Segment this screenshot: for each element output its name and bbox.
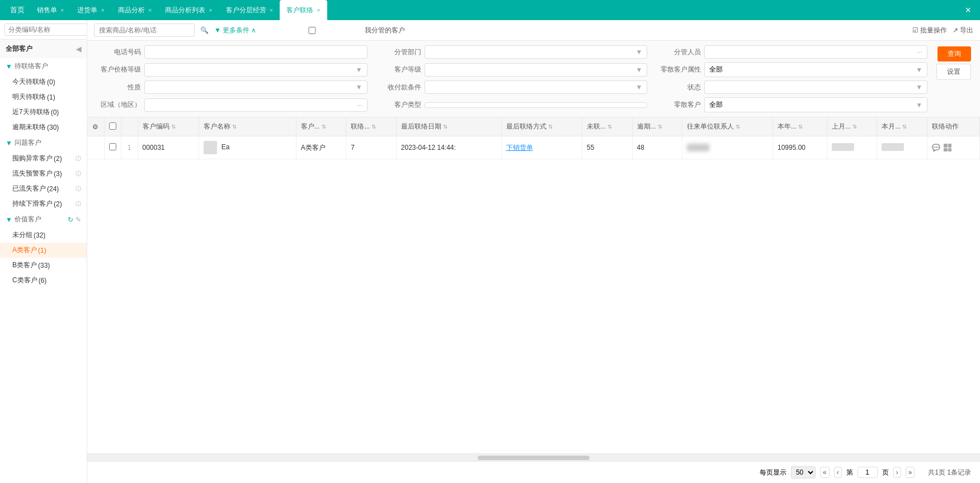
- close-sales-tab[interactable]: ×: [60, 7, 64, 13]
- row-1-select[interactable]: [109, 143, 116, 150]
- page-input[interactable]: [858, 467, 878, 478]
- app-close-btn[interactable]: ×: [960, 4, 976, 16]
- filter-region-more[interactable]: ···: [357, 101, 362, 109]
- last-page-btn[interactable]: »: [906, 467, 915, 478]
- select-all-checkbox[interactable]: [109, 122, 116, 130]
- filter-status-select[interactable]: ▼: [704, 80, 927, 94]
- sidebar-item-ungroup[interactable]: 未分组 (32): [0, 228, 87, 243]
- sidebar-item-churning-info[interactable]: ⓘ: [76, 170, 81, 178]
- sidebar-collapse-btn[interactable]: ◀: [76, 45, 81, 53]
- col-last-month-sort[interactable]: ⇅: [852, 124, 857, 130]
- sidebar-item-churned-info[interactable]: ⓘ: [76, 185, 81, 193]
- col-overdue[interactable]: 逾期... ⇅: [632, 117, 682, 136]
- export-btn[interactable]: ↗ 导出: [953, 26, 973, 35]
- prev-page-btn[interactable]: ‹: [834, 467, 842, 478]
- sidebar-item-overdue[interactable]: 逾期未联络 (30): [0, 120, 87, 135]
- close-customer-contact-tab[interactable]: ×: [317, 7, 320, 13]
- nav-tab-customer-segment[interactable]: 客户分层经营 ×: [219, 0, 280, 20]
- sidebar-group-problem[interactable]: ▼ 问题客户: [0, 135, 87, 151]
- sidebar-all-customers[interactable]: 全部客户 ◀: [0, 40, 87, 58]
- close-analysis-tab[interactable]: ×: [148, 7, 152, 13]
- col-type[interactable]: 客户... ⇅: [296, 117, 346, 136]
- col-name-sort[interactable]: ⇅: [232, 124, 237, 130]
- filter-payment-select[interactable]: ▼: [425, 80, 648, 94]
- col-no-contact[interactable]: 未联... ⇅: [582, 117, 633, 136]
- col-contact-sort[interactable]: ⇅: [371, 124, 376, 130]
- settings-button[interactable]: 设置: [936, 64, 971, 80]
- search-icon[interactable]: 🔍: [200, 26, 209, 34]
- sidebar-group-value-edit[interactable]: ✎: [76, 216, 81, 224]
- filter-phone-input[interactable]: [144, 45, 368, 59]
- more-conditions-btn[interactable]: ▼ 更多条件 ∧: [214, 26, 256, 35]
- sidebar-item-declining[interactable]: 持续下滑客户 (2) ⓘ: [0, 196, 87, 211]
- sidebar-group-pending[interactable]: ▼ 待联络客户: [0, 58, 87, 74]
- my-customer-checkbox[interactable]: [262, 27, 362, 34]
- filter-region-select[interactable]: ···: [144, 98, 368, 112]
- query-button[interactable]: 查询: [937, 46, 971, 61]
- sidebar-item-hoarding[interactable]: 囤购异常客户 (2) ⓘ: [0, 151, 87, 166]
- sidebar-item-churning[interactable]: 流失预警客户 (3) ⓘ: [0, 166, 87, 181]
- horizontal-scrollbar[interactable]: [87, 453, 980, 461]
- row-1-checkbox[interactable]: [104, 136, 121, 159]
- sidebar-item-a-class[interactable]: A类客户 (1): [0, 243, 87, 258]
- nav-tab-analysis[interactable]: 商品分析 ×: [111, 0, 158, 20]
- nav-tab-sales[interactable]: 销售单 ×: [30, 0, 70, 20]
- sidebar-item-churned[interactable]: 已流失客户 (24) ⓘ: [0, 181, 87, 196]
- col-unit-contact[interactable]: 往来单位联系人 ⇅: [682, 117, 773, 136]
- batch-op-btn[interactable]: ☑ 批量操作: [912, 26, 947, 35]
- filter-manager-more[interactable]: ···: [917, 48, 922, 56]
- row-1-grid-btn[interactable]: [944, 144, 951, 151]
- close-customer-segment-tab[interactable]: ×: [270, 7, 273, 13]
- col-this-month-sort[interactable]: ⇅: [902, 124, 907, 130]
- close-purchase-tab[interactable]: ×: [101, 7, 104, 13]
- col-unit-contact-sort[interactable]: ⇅: [736, 124, 740, 130]
- nav-tab-analysis-list[interactable]: 商品分析列表 ×: [158, 0, 219, 20]
- page-size-select[interactable]: 50: [791, 466, 816, 479]
- sidebar-item-tomorrow[interactable]: 明天待联络 (1): [0, 89, 87, 105]
- sidebar-item-7days[interactable]: 近7天待联络 (0): [0, 105, 87, 120]
- filter-customer-type-select[interactable]: [425, 102, 648, 108]
- filter-retail-customer-select[interactable]: 全部 ▼: [704, 97, 927, 112]
- sidebar-group-value-refresh[interactable]: ↻: [68, 216, 73, 224]
- col-last-month[interactable]: 上月... ⇅: [827, 117, 877, 136]
- close-analysis-list-tab[interactable]: ×: [209, 7, 212, 13]
- col-this-year-sort[interactable]: ⇅: [798, 124, 803, 130]
- sidebar-item-b-class[interactable]: B类客户 (33): [0, 258, 87, 273]
- col-overdue-sort[interactable]: ⇅: [658, 124, 662, 130]
- filter-retail-attr-select[interactable]: 全部 ▼: [704, 62, 927, 77]
- search-input[interactable]: [94, 23, 195, 37]
- col-this-year[interactable]: 本年... ⇅: [772, 117, 827, 136]
- filter-nature-select[interactable]: ▼: [144, 80, 368, 94]
- sidebar-group-value[interactable]: ▼ 价值客户 ↻ ✎: [0, 211, 87, 228]
- scrollbar-thumb[interactable]: [478, 456, 590, 460]
- next-page-btn[interactable]: ›: [893, 467, 901, 478]
- filter-manager-select[interactable]: ···: [704, 45, 927, 59]
- sidebar-item-c-class[interactable]: C类客户 (6): [0, 273, 87, 288]
- first-page-btn[interactable]: «: [820, 467, 830, 478]
- sidebar-item-today[interactable]: 今天待联络 (0): [0, 74, 87, 89]
- sidebar-item-hoarding-info[interactable]: ⓘ: [76, 155, 81, 163]
- col-this-month[interactable]: 本月... ⇅: [877, 117, 927, 136]
- col-name[interactable]: 客户名称 ⇅: [199, 117, 296, 136]
- nav-tab-purchase[interactable]: 进货单 ×: [70, 0, 111, 20]
- filter-customer-level-select[interactable]: ▼: [425, 63, 648, 77]
- filter-dept-select[interactable]: ▼: [425, 45, 648, 59]
- col-settings[interactable]: ⚙: [87, 117, 104, 136]
- col-last-contact-date[interactable]: 最后联络日期 ⇅: [396, 117, 501, 136]
- col-code[interactable]: 客户编码 ⇅: [138, 117, 199, 136]
- col-last-contact-method-sort[interactable]: ⇅: [548, 124, 553, 130]
- col-last-contact-date-sort[interactable]: ⇅: [443, 124, 447, 130]
- sidebar-search-input[interactable]: [4, 23, 87, 36]
- row-1-last-contact-method[interactable]: 下销货单: [501, 136, 582, 159]
- col-last-contact-method[interactable]: 最后联络方式 ⇅: [501, 117, 582, 136]
- my-customer-checkbox-label[interactable]: 我分管的客户: [262, 26, 405, 35]
- col-type-sort[interactable]: ⇅: [322, 124, 326, 130]
- filter-price-level-select[interactable]: ▼: [144, 63, 368, 77]
- nav-home[interactable]: 首页: [4, 0, 30, 20]
- col-no-contact-sort[interactable]: ⇅: [607, 124, 612, 130]
- col-checkbox[interactable]: [104, 117, 121, 136]
- sidebar-item-declining-info[interactable]: ⓘ: [76, 200, 81, 208]
- nav-tab-customer-contact[interactable]: 客户联络 ×: [280, 0, 327, 20]
- row-1-chat-btn[interactable]: 💬: [932, 144, 940, 151]
- col-code-sort[interactable]: ⇅: [171, 124, 176, 130]
